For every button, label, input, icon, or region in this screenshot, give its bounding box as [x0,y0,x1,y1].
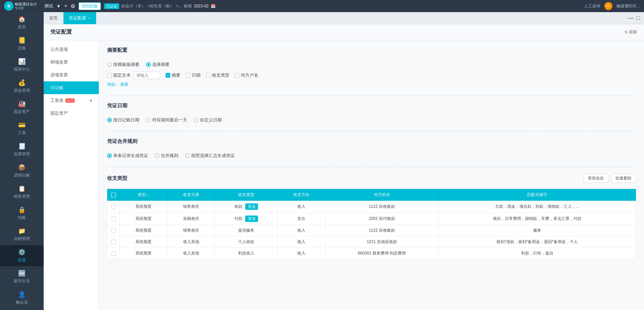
row5-cb[interactable] [111,251,116,256]
left-nav-public[interactable]: 公共选项 [44,43,99,56]
row2-top-badge[interactable]: 置顶 [245,216,258,222]
sidebar-label-settings: 设置 [18,257,26,263]
sidebar-item-salary[interactable]: 💳 工资 [0,118,44,139]
row1-checkbox[interactable] [108,201,120,213]
sidebar-item-report[interactable]: 📊 报表中心 [0,54,44,76]
settings-sidebar-icon: ⚙️ [18,248,26,256]
dropdown-icon[interactable]: ▼ [56,4,61,9]
row4-checkbox[interactable] [108,236,120,248]
test-label[interactable]: 测试 [44,3,53,9]
sidebar-label-asset: 固定资产 [14,109,30,115]
logo: 会 畅捷通好会计 专业版 [4,1,44,11]
row1-top-badge[interactable]: 置顶 [245,203,258,210]
row2-keyword: 项目，日常费用，报销款，车费，承兑汇票，付款 [438,213,636,225]
sidebar-item-settings[interactable]: ⚙️ 设置 [0,245,44,266]
left-nav-salary-table[interactable]: 工资表 NEW ▾ [44,94,99,107]
user-avatar[interactable]: 旺 [604,2,612,10]
checkbox-income-type[interactable]: 收支类型 [206,72,229,78]
income-type-table: 类别 ↓ 收支大类 收支类型 收支方向 [107,189,636,259]
counterparty-checkbox[interactable] [235,73,240,78]
voucher-date-section: 凭证日期 按日记账日期 对应期间最后一天 [107,103,636,123]
support-label[interactable]: 人工咨询 [584,3,600,9]
tab-close-icon[interactable]: × [88,16,91,21]
refresh-icon: ↻ [625,30,628,35]
sidebar-item-invoice[interactable]: 🧾 发票管理 [0,139,44,160]
sidebar-label-close: 结账 [18,215,26,221]
checkbox-counterparty[interactable]: 对方户名 [235,72,258,78]
sidebar-label-fund: 资金管理 [14,88,30,93]
sidebar-item-member[interactable]: 👤 畅会员 [0,287,44,309]
income-type-checkbox[interactable] [206,73,211,78]
sidebar-item-guide[interactable]: 🆕 新手引导 [0,266,44,287]
minimize-icon[interactable]: — [628,14,634,22]
separator-1 [107,95,636,96]
sidebar-item-archive[interactable]: 📁 归档管理 [0,224,44,245]
tab-voucher-config[interactable]: 凭证配置 × [63,12,96,24]
row2-cb[interactable] [111,217,116,221]
certified-badge: 已认证 [104,3,119,9]
row5-checkbox[interactable] [108,248,120,259]
row2-category: 系统预置 [120,213,167,225]
select-all-checkbox[interactable] [111,193,116,197]
row3-cb[interactable] [111,228,116,233]
radio-summary-gen[interactable]: 按照选择汇总生成凭证 [185,153,235,159]
sidebar-item-sales[interactable]: 📦 进销台账 [0,160,44,182]
sidebar-item-close[interactable]: 🔒 结账 [0,203,44,224]
table-row: 系统预置 采购相关 付款 置顶 支出 2202 应付账款 项目，日常费用，报销款… [108,213,636,225]
maximize-icon[interactable]: □ [636,14,640,22]
sidebar-item-fund[interactable]: 💰 资金管理 [0,76,44,97]
tab-home[interactable]: 首页 [44,12,63,24]
expand-icon[interactable]: ▾ [90,99,92,103]
checkbox-summary[interactable]: ✓ 摘要 [166,72,180,78]
radio-template[interactable]: 按模板版摘要 [107,62,139,68]
top-bar-right: 人工咨询 旺 畅捷通旺旺... [584,2,640,10]
home-icon: 🏠 [18,15,26,23]
merge-rules-title: 凭证合并规则 [107,138,636,147]
radio-merge-circle [155,153,160,158]
row4-income-category: 收入其他 [167,236,215,248]
summary-checkbox[interactable]: ✓ [166,73,170,78]
archive-icon: 📁 [18,227,26,235]
row1-cb[interactable] [111,204,116,209]
fixed-text-checkbox[interactable] [107,73,112,78]
date-checkbox[interactable] [186,73,190,78]
row2-checkbox[interactable] [108,213,120,225]
fixed-text-input[interactable] [133,72,160,79]
switch-btn[interactable]: 切到旧版 [79,2,101,10]
refresh-btn[interactable]: ↻ 刷新 [625,29,637,35]
good-accounting-label: 好会计（专） [121,3,145,9]
radio-journal-date-circle [107,118,112,122]
radio-single[interactable]: 单条记录生成凭证 [107,153,148,159]
settings-icon[interactable]: ⚙ [71,3,75,9]
voucher-date-radio-group: 按日记账日期 对应期间最后一天 自定义日期 [107,117,636,123]
radio-period-last[interactable]: 对应期间最后一天 [146,117,187,123]
row4-cb[interactable] [111,240,116,244]
checkbox-fixed-text: 固定文本 [107,72,160,79]
row1-income-category: 销售相关 [167,201,215,213]
radio-journal-date[interactable]: 按日记账日期 [107,117,139,123]
radio-custom-date[interactable]: 自定义日期 [194,117,222,123]
left-nav-sales-invoice[interactable]: 销项发票 [44,56,99,69]
add-icon[interactable]: + [64,3,67,9]
left-nav-purchase-invoice[interactable]: 进项发票 [44,69,99,81]
left-nav: 公共选项 销项发票 进项发票 日记账 工资表 NEW ▾ 固定资产 [44,40,99,310]
user-name[interactable]: 畅捷通旺旺... [616,3,640,9]
sidebar-item-asset[interactable]: 🏭 固定资产 [0,97,44,118]
sidebar-item-ledger[interactable]: 📒 总账 [0,33,44,54]
left-nav-fixed-asset[interactable]: 固定资产 [44,107,99,120]
update-btn[interactable]: 更新收款 [584,174,608,183]
checkbox-date[interactable]: 日期 [186,72,201,78]
bulk-delete-btn[interactable]: 批量删除 [611,174,636,183]
row4-keyword: 收到*借款，收到*备用金，退回*备用金，个人 [438,236,636,248]
th-checkbox[interactable] [108,189,120,201]
th-category[interactable]: 类别 ↓ [120,189,167,201]
sidebar-item-home[interactable]: 🏠 首页 [0,12,44,33]
tab-bar-right: — □ [628,14,644,22]
left-nav-journal[interactable]: 日记账 [44,81,99,94]
row3-checkbox[interactable] [108,225,120,236]
radio-merge[interactable]: 合并规则 [155,153,178,159]
page-title: 凭证配置 [50,29,72,36]
radio-select[interactable]: 选择摘要 [146,62,170,68]
sidebar-item-tax[interactable]: 📋 税务管理 [0,182,44,203]
calendar-icon[interactable]: 📅 [211,4,216,8]
